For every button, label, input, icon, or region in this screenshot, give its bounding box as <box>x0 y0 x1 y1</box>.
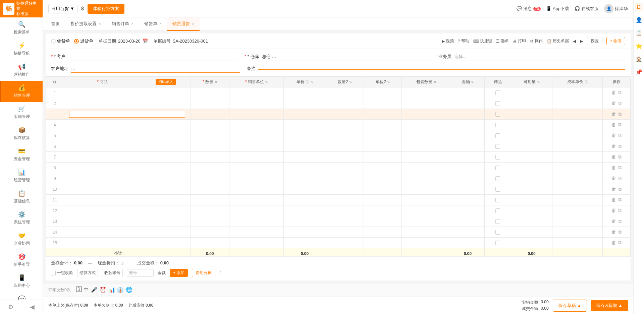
sidebar-item-appcenter[interactable]: 📱 应用中心 <box>0 271 43 292</box>
unit2-cell[interactable] <box>364 205 402 216</box>
cost-cell[interactable] <box>552 130 603 141</box>
delete-icon[interactable]: 🗑 <box>611 154 616 160</box>
available-cell[interactable] <box>511 120 552 130</box>
help-link[interactable]: ? 帮助 <box>458 38 469 44</box>
gift-cell[interactable] <box>485 216 511 227</box>
gift-checkbox[interactable] <box>495 241 500 245</box>
delete-icon[interactable]: 🗑 <box>611 229 616 235</box>
product-cell[interactable] <box>64 109 191 120</box>
qty2-cell[interactable] <box>326 141 364 152</box>
unit-cell[interactable] <box>229 216 284 227</box>
right-panel-icon-5[interactable]: 🏠 <box>634 55 644 64</box>
cost-cell[interactable] <box>552 205 603 216</box>
qty2-cell[interactable] <box>326 130 364 141</box>
available-cell[interactable] <box>511 87 552 98</box>
gift-cell[interactable] <box>485 184 511 195</box>
gift-cell[interactable] <box>485 238 511 248</box>
pack-qty-cell[interactable] <box>402 184 451 195</box>
amount-cell[interactable] <box>451 227 484 238</box>
cost-cell[interactable] <box>552 152 603 163</box>
delete-icon[interactable]: 🗑 <box>611 101 616 106</box>
product-cell[interactable] <box>64 152 191 163</box>
sidebar-item-purchase[interactable]: 🛒 采购管理 <box>0 102 43 123</box>
sidebar-item-basic[interactable]: 📋 基础信息 <box>0 186 43 207</box>
sidebar-item-inventory[interactable]: 📦 库存核算 <box>0 123 43 144</box>
gift-cell[interactable] <box>485 227 511 238</box>
product-input[interactable] <box>69 111 185 118</box>
unit2-cell[interactable] <box>364 195 402 205</box>
split-btn[interactable]: 费用分摊 <box>192 269 215 277</box>
scan-btn[interactable]: 扫码录入 <box>156 79 176 85</box>
product-cell[interactable] <box>64 238 191 248</box>
sidebar-item-sales[interactable]: 💰 销售管理 <box>0 81 43 102</box>
online-service-item[interactable]: 🎧 在线客服 <box>575 6 599 12</box>
unit-cell[interactable] <box>229 173 284 184</box>
product-cell[interactable] <box>64 216 191 227</box>
qty2-cell[interactable] <box>326 87 364 98</box>
sidebar-item-system[interactable]: ⚙️ 系统管理 <box>0 207 43 229</box>
sidebar-item-newguide[interactable]: 🎯 新手引导 <box>0 250 43 271</box>
quantity-cell[interactable] <box>191 98 229 109</box>
remark-input[interactable] <box>258 67 625 70</box>
staff-input[interactable]: 选择... <box>454 53 625 61</box>
product-cell[interactable] <box>64 141 191 152</box>
pack-qty-cell[interactable] <box>402 152 451 163</box>
available-cell[interactable] <box>511 227 552 238</box>
save-draft-btn[interactable]: 保存草稿 ▲ <box>553 300 587 312</box>
available-cell[interactable] <box>511 152 552 163</box>
amount-cell[interactable] <box>451 216 484 227</box>
copy-icon[interactable]: ⧉ <box>618 165 622 171</box>
available-cell[interactable] <box>511 216 552 227</box>
gift-cell[interactable] <box>485 141 511 152</box>
delete-icon[interactable]: 🗑 <box>611 111 616 117</box>
print-link[interactable]: 🖨 打印 <box>513 38 526 44</box>
copy-icon[interactable]: ⧉ <box>618 176 622 181</box>
price-cell[interactable] <box>284 87 326 98</box>
calendar-icon[interactable]: 📅 <box>143 39 148 44</box>
copy-icon[interactable]: ⧉ <box>618 122 622 128</box>
cost-cell[interactable] <box>552 173 603 184</box>
pack-qty-cell[interactable] <box>402 163 451 173</box>
price-cell[interactable] <box>284 238 326 248</box>
unit2-cell[interactable] <box>364 216 402 227</box>
qty2-cell[interactable] <box>326 173 364 184</box>
amount-cell[interactable] <box>451 130 484 141</box>
tab-close-sale-price[interactable]: × <box>99 21 101 26</box>
amount-cell[interactable] <box>451 184 484 195</box>
split-help-icon[interactable]: ? <box>219 271 221 275</box>
cost-cell[interactable] <box>552 98 603 109</box>
available-cell[interactable] <box>511 173 552 184</box>
quantity-cell[interactable] <box>191 227 229 238</box>
product-cell[interactable] <box>64 227 191 238</box>
unit-cell[interactable] <box>229 163 284 173</box>
pack-qty-cell[interactable] <box>402 205 451 216</box>
unit-cell[interactable] <box>229 238 284 248</box>
one-click-checkbox[interactable] <box>51 271 56 275</box>
gift-checkbox[interactable] <box>495 219 500 224</box>
sidebar-item-finance[interactable]: 💳 资金管理 <box>0 144 43 165</box>
amount-cell[interactable] <box>451 238 484 248</box>
pack-qty-cell[interactable] <box>402 130 451 141</box>
video-link[interactable]: ▶ 视频 <box>442 38 454 44</box>
tab-close-sale-return[interactable]: × <box>192 21 194 26</box>
available-cell[interactable] <box>511 163 552 173</box>
sidebar-item-marketing[interactable]: 📢 营销推广 <box>0 60 43 81</box>
gift-cell[interactable] <box>485 173 511 184</box>
gift-cell[interactable] <box>485 152 511 163</box>
gift-checkbox[interactable] <box>495 90 500 95</box>
gift-cell[interactable] <box>485 109 511 120</box>
unit2-cell[interactable] <box>364 98 402 109</box>
price-cell[interactable] <box>284 98 326 109</box>
quantity-cell[interactable] <box>191 216 229 227</box>
trial-btn[interactable]: 体验行业方案 <box>88 4 124 14</box>
unit-cell[interactable] <box>229 195 284 205</box>
gift-cell[interactable] <box>485 163 511 173</box>
tab-sale-order[interactable]: 销售订单× <box>106 17 139 31</box>
cost-cell[interactable] <box>552 120 603 130</box>
cost-cell[interactable] <box>552 238 603 248</box>
copy-icon[interactable]: ⧉ <box>618 143 622 149</box>
gift-checkbox[interactable] <box>495 133 500 138</box>
copy-icon[interactable]: ⧉ <box>618 229 622 235</box>
copy-icon[interactable]: ⧉ <box>618 111 622 117</box>
one-click-label[interactable]: 一键收款 <box>51 270 73 276</box>
